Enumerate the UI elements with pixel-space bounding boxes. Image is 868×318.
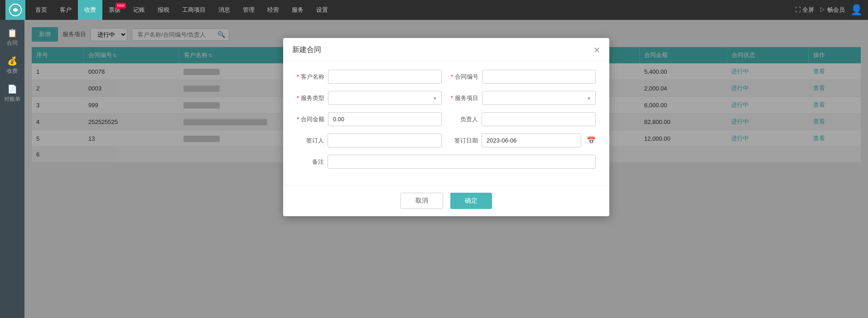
nav-customer[interactable]: 客户 bbox=[53, 0, 78, 20]
nav-right: ⛶ 全屏 ▷ 畅会员 👤 bbox=[795, 4, 863, 16]
form-row-1: 客户名称 合同编号 bbox=[297, 70, 596, 84]
input-remark[interactable] bbox=[328, 155, 596, 169]
label-customer-name: 客户名称 bbox=[297, 73, 324, 81]
vip-button[interactable]: ▷ 畅会员 bbox=[820, 6, 845, 14]
nav-service[interactable]: 服务 bbox=[285, 0, 310, 20]
field-customer-name: 客户名称 bbox=[297, 70, 442, 84]
nav-tax[interactable]: 报税 bbox=[151, 0, 176, 20]
select-wrap-service-type bbox=[328, 91, 442, 105]
nav-manage[interactable]: 管理 bbox=[236, 0, 261, 20]
label-contract-no: 合同编号 bbox=[451, 73, 478, 81]
fee-icon: 💰 bbox=[7, 56, 17, 66]
app-logo bbox=[5, 0, 25, 20]
confirm-button[interactable]: 确定 bbox=[450, 193, 492, 209]
modal-footer: 取消 确定 bbox=[283, 185, 609, 216]
modal-overlay: 新建合同 ✕ 客户名称 合同编号 服务类型 bbox=[24, 20, 868, 318]
field-amount: 合同金额 bbox=[297, 112, 442, 126]
select-service-item[interactable] bbox=[482, 91, 596, 105]
select-service-type[interactable] bbox=[328, 91, 442, 105]
nav-bookkeeping[interactable]: 记账 bbox=[127, 0, 151, 20]
left-sidebar: 📋 合同 💰 收费 📄 对账单 bbox=[0, 20, 24, 318]
select-wrap-service-item bbox=[482, 91, 596, 105]
input-signer[interactable] bbox=[328, 133, 442, 147]
sidebar-item-contract[interactable]: 📋 合同 bbox=[0, 24, 24, 52]
top-navigation: 首页 客户 收费 票据 new 记账 报税 工商项目 消息 管理 经营 服务 设… bbox=[0, 0, 868, 20]
form-row-2: 服务类型 服务项目 bbox=[297, 91, 596, 105]
sidebar-item-statement[interactable]: 📄 对账单 bbox=[0, 80, 24, 108]
label-signer: 签订人 bbox=[297, 137, 324, 145]
nav-items: 首页 客户 收费 票据 new 记账 报税 工商项目 消息 管理 经营 服务 设… bbox=[29, 0, 795, 20]
nav-settings[interactable]: 设置 bbox=[310, 0, 334, 20]
input-contract-no[interactable] bbox=[482, 70, 596, 84]
modal-header: 新建合同 ✕ bbox=[283, 38, 609, 61]
form-row-3: 合同金额 负责人 bbox=[297, 112, 596, 126]
new-contract-modal: 新建合同 ✕ 客户名称 合同编号 服务类型 bbox=[283, 38, 609, 216]
nav-invoice[interactable]: 票据 new bbox=[102, 0, 127, 20]
nav-business[interactable]: 工商项目 bbox=[176, 0, 212, 20]
field-signer: 签订人 bbox=[297, 133, 442, 147]
field-remark: 备注 bbox=[297, 155, 596, 169]
sidebar-label-contract: 合同 bbox=[7, 39, 18, 47]
contract-icon: 📋 bbox=[7, 28, 17, 38]
sidebar-label-statement: 对账单 bbox=[4, 95, 20, 103]
new-badge: new bbox=[116, 3, 126, 9]
field-contract-no: 合同编号 bbox=[451, 70, 596, 84]
field-sign-date: 签订日期 📅 bbox=[451, 133, 596, 147]
label-amount: 合同金额 bbox=[297, 115, 324, 123]
input-sign-date[interactable] bbox=[482, 133, 581, 147]
modal-body: 客户名称 合同编号 服务类型 bbox=[283, 61, 609, 185]
label-responsible: 负责人 bbox=[451, 115, 478, 123]
sidebar-label-fee: 收费 bbox=[7, 67, 18, 75]
form-row-4: 签订人 签订日期 📅 bbox=[297, 133, 596, 147]
label-sign-date: 签订日期 bbox=[451, 137, 478, 145]
nav-message[interactable]: 消息 bbox=[212, 0, 236, 20]
form-row-5: 备注 bbox=[297, 155, 596, 169]
label-remark: 备注 bbox=[297, 158, 324, 166]
user-avatar[interactable]: 👤 bbox=[850, 4, 863, 16]
input-amount[interactable] bbox=[328, 112, 442, 126]
field-service-item: 服务项目 bbox=[451, 91, 596, 105]
field-service-type: 服务类型 bbox=[297, 91, 442, 105]
calendar-icon[interactable]: 📅 bbox=[587, 136, 596, 145]
nav-fee[interactable]: 收费 bbox=[78, 0, 102, 20]
label-service-item: 服务项目 bbox=[451, 94, 478, 102]
input-customer-name[interactable] bbox=[328, 70, 442, 84]
modal-close-button[interactable]: ✕ bbox=[593, 46, 600, 54]
statement-icon: 📄 bbox=[7, 84, 17, 94]
field-responsible: 负责人 bbox=[451, 112, 596, 126]
nav-operation[interactable]: 经营 bbox=[261, 0, 285, 20]
nav-home[interactable]: 首页 bbox=[29, 0, 53, 20]
label-service-type: 服务类型 bbox=[297, 94, 324, 102]
sidebar-item-fee[interactable]: 💰 收费 bbox=[0, 52, 24, 80]
fullscreen-button[interactable]: ⛶ 全屏 bbox=[795, 6, 815, 14]
cancel-button[interactable]: 取消 bbox=[400, 193, 443, 209]
modal-title: 新建合同 bbox=[292, 45, 321, 55]
input-responsible[interactable] bbox=[482, 112, 596, 126]
